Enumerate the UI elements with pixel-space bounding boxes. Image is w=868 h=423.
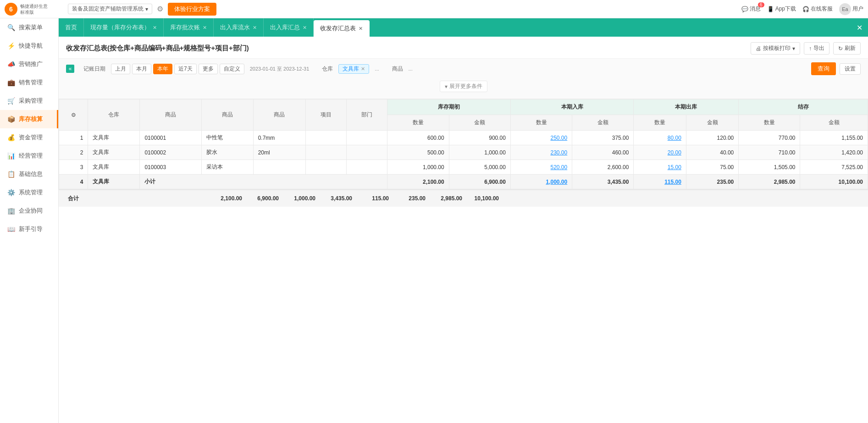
footer-bal-qty: 2,985.00 (430, 193, 467, 204)
in-qty-link[interactable]: 520.00 (551, 164, 568, 170)
out-qty-link[interactable]: 20.00 (668, 149, 681, 156)
messages-item[interactable]: 💬 消息 6 (741, 5, 761, 13)
row-out-qty[interactable]: 80.00 (634, 131, 686, 145)
query-button[interactable]: 查询 (811, 62, 836, 75)
app-download-item[interactable]: 📱 App下载 (767, 5, 796, 13)
settings-gear-icon[interactable]: ⚙ (157, 5, 163, 13)
tab-batch-ledger-label: 库存批次账 (170, 23, 200, 32)
tab-close-inventory-dist[interactable]: ✕ (153, 25, 157, 31)
tab-close-in-out-flow[interactable]: ✕ (253, 25, 257, 31)
sidebar-item-basic-info[interactable]: 📋 基础信息 (0, 165, 58, 183)
col-code-header: 商品 (140, 99, 201, 131)
sidebar-item-operations[interactable]: 📊 经营管理 (0, 147, 58, 165)
footer-label: 合计 (63, 195, 210, 203)
date-btn-this-month[interactable]: 本月 (132, 64, 151, 74)
warehouse-tag-close[interactable]: ✕ (361, 66, 365, 72)
sidebar-item-quick-nav[interactable]: ⚡ 快捷导航 (0, 37, 58, 55)
data-table: ⚙ 仓库 商品 商品 商品 项目 部门 库存期初 本期入库 本期出库 结存 (59, 99, 868, 189)
out-qty-link[interactable]: 80.00 (668, 135, 681, 141)
col-out-header: 本期出库 (634, 99, 739, 115)
subtotal-in-amt: 3,435.00 (572, 175, 634, 189)
col-bal-amt: 金额 (800, 115, 868, 131)
table-settings-icon[interactable]: ⚙ (71, 112, 76, 118)
message-icon: 💬 (741, 6, 748, 12)
row-dept (347, 131, 387, 145)
col-out-qty: 数量 (634, 115, 686, 131)
collapse-button[interactable]: « (66, 65, 74, 73)
table-row: 2 文具库 0100002 胶水 20ml 500.00 1,000.00 23… (59, 145, 868, 160)
date-btn-more[interactable]: 更多 (199, 64, 218, 74)
goods-label: 商品 (392, 65, 403, 73)
trial-button[interactable]: 体验行业方案 (168, 3, 216, 16)
clipboard-icon: 📋 (7, 170, 15, 178)
row-bal-amt: 1,420.00 (800, 145, 868, 160)
date-btn-last-month[interactable]: 上月 (111, 64, 130, 74)
sidebar-item-search[interactable]: 🔍 搜索菜单 (0, 18, 58, 37)
tab-in-out-flow[interactable]: 出入库流水 ✕ (214, 18, 264, 37)
dropdown-icon[interactable]: ▾ (145, 6, 148, 12)
sidebar-item-sales[interactable]: 💼 销售管理 (0, 73, 58, 92)
tab-batch-ledger[interactable]: 库存批次账 ✕ (164, 18, 214, 37)
subtotal-open-amt: 6,900.00 (449, 175, 510, 189)
table-container: ⚙ 仓库 商品 商品 商品 项目 部门 库存期初 本期入库 本期出库 结存 (59, 99, 868, 189)
user-item[interactable]: Ea 用户 (839, 3, 863, 15)
tab-in-out-summary-label: 出入库汇总 (270, 23, 300, 32)
page-header: 收发存汇总表(按仓库+商品编码+商品+规格型号+项目+部门) 🖨 按模板打印 ▾… (59, 37, 868, 59)
sidebar-item-inventory[interactable]: 📦 库存核算 (0, 110, 58, 128)
sidebar-item-purchase[interactable]: 🛒 采购管理 (0, 92, 58, 110)
online-service-item[interactable]: 🎧 在线客服 (802, 5, 833, 13)
sidebar-item-system[interactable]: ⚙️ 系统管理 (0, 183, 58, 202)
row-out-qty[interactable]: 20.00 (634, 145, 686, 160)
refresh-button[interactable]: ↻ 刷新 (833, 42, 861, 55)
tab-home[interactable]: 首页 (59, 18, 84, 37)
tab-close-batch-ledger[interactable]: ✕ (203, 25, 207, 31)
subtotal-no: 4 (59, 175, 88, 189)
date-btn-this-year[interactable]: 本年 (153, 64, 172, 74)
sidebar-item-finance[interactable]: 💰 资金管理 (0, 128, 58, 147)
date-btn-custom[interactable]: 自定义 (220, 64, 244, 74)
table-footer: 合计 2,100.00 6,900.00 1,000.00 3,435.00 1… (59, 189, 868, 207)
footer-open-qty: 2,100.00 (210, 193, 247, 204)
row-open-qty: 600.00 (387, 131, 449, 145)
sidebar-label-system: 系统管理 (19, 188, 43, 197)
row-in-qty[interactable]: 250.00 (510, 131, 572, 145)
tab-inventory-dist[interactable]: 现存量（库存分布表） ✕ (84, 18, 164, 37)
row-code: 0100001 (140, 131, 201, 145)
tab-close-in-out-summary[interactable]: ✕ (303, 25, 307, 31)
settings-btn[interactable]: 设置 (840, 63, 861, 75)
warehouse-label: 仓库 (322, 65, 333, 73)
footer-out-amt: 235.00 (393, 193, 430, 204)
footer-in-amt: 3,435.00 (320, 193, 357, 204)
in-qty-link[interactable]: 250.00 (551, 135, 568, 141)
out-qty-link[interactable]: 15.00 (668, 164, 681, 170)
expand-conditions-btn[interactable]: ▾ 展开更多条件 (440, 81, 487, 92)
goods-more[interactable]: ... (409, 66, 413, 71)
tab-close-recv-send[interactable]: ✕ (359, 26, 363, 32)
col-settings-header[interactable]: ⚙ (59, 99, 88, 131)
print-button[interactable]: 🖨 按模板打印 ▾ (751, 42, 800, 55)
row-out-qty[interactable]: 15.00 (634, 160, 686, 175)
money-icon: 💰 (7, 134, 15, 141)
sidebar-item-guide[interactable]: 📖 新手引导 (0, 220, 58, 238)
table-row: 1 文具库 0100001 中性笔 0.7mm 600.00 900.00 25… (59, 131, 868, 145)
in-qty-link[interactable]: 230.00 (551, 149, 568, 156)
sidebar-item-enterprise[interactable]: 🏢 企业协同 (0, 202, 58, 220)
row-warehouse: 文具库 (88, 160, 140, 175)
tab-in-out-summary[interactable]: 出入库汇总 ✕ (264, 18, 314, 37)
export-button[interactable]: ↑ 导出 (804, 42, 829, 55)
warehouse-more[interactable]: ... (375, 66, 379, 71)
tab-bar-close-icon[interactable]: ✕ (851, 23, 868, 32)
tab-recv-send-summary[interactable]: 收发存汇总表 ✕ (314, 20, 370, 37)
row-spec: 0.7mm (253, 131, 305, 145)
row-in-qty[interactable]: 520.00 (510, 160, 572, 175)
col-open-amt: 金额 (449, 115, 510, 131)
row-name: 采访本 (201, 160, 253, 175)
date-btn-7days[interactable]: 近7天 (174, 64, 197, 74)
sidebar-item-marketing[interactable]: 📣 营销推广 (0, 55, 58, 73)
row-in-qty[interactable]: 230.00 (510, 145, 572, 160)
sidebar-label-inventory: 库存核算 (19, 115, 43, 123)
col-in-qty: 数量 (510, 115, 572, 131)
row-open-amt: 5,000.00 (449, 160, 510, 175)
col-spec-header: 商品 (253, 99, 305, 131)
row-out-amt: 75.00 (686, 160, 738, 175)
